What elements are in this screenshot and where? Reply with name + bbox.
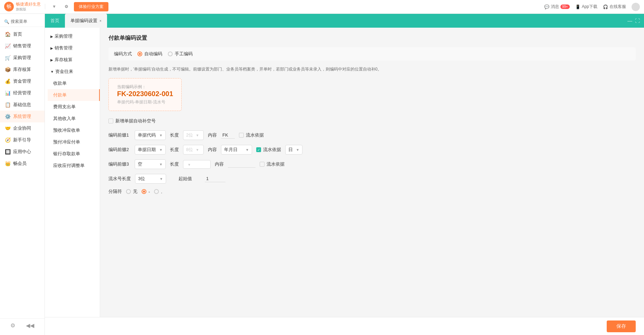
save-button[interactable]: 保存 (607, 320, 636, 332)
auto-encode-radio-dot (137, 52, 142, 56)
content-label-2: 内容 (208, 147, 217, 153)
finance-icon: 💰 (5, 78, 10, 84)
serial-checkbox-3[interactable] (260, 162, 265, 167)
sidebar-bottom: ⚙ ◀◀ (0, 318, 45, 332)
length-label-3: 长度 (170, 161, 179, 167)
manual-encode-radio-dot (168, 52, 173, 56)
page-content: ▶ 采购管理 ▶ 销售管理 ▶ 库存核算 ▼ 资金往来 收款单 (45, 28, 644, 317)
member-icon: 👑 (5, 161, 10, 166)
start-value-label: 起始值 (179, 176, 201, 182)
collapse-icon[interactable]: ◀◀ (26, 322, 34, 329)
trial-btn[interactable]: 体验行业方案 (74, 2, 108, 11)
separator-none[interactable]: 无 (126, 188, 137, 195)
prefix-select-1[interactable]: 单据代码 ▼ (135, 130, 166, 140)
sub-group-inventory[interactable]: ▶ 库存核算 (45, 54, 100, 66)
home-icon: 🏠 (5, 31, 10, 37)
sidebar-item-system[interactable]: ⚙️ 系统管理 (0, 111, 45, 122)
serial-checkbox-1[interactable] (239, 133, 244, 138)
sidebar-item-info[interactable]: 📋 基础信息 (0, 99, 45, 111)
serial-checkbox-2[interactable]: ✓ (256, 147, 261, 152)
sidebar-item-member[interactable]: 👑 畅会员 (0, 158, 45, 169)
sidebar-item-purchase[interactable]: 🛒 采购管理 (0, 52, 45, 64)
sub-item-other-income[interactable]: 其他收入单 (48, 113, 100, 124)
sub-item-prepay-receivable[interactable]: 预收冲应收单 (48, 124, 100, 136)
auto-fill-label: 新增单据自动补空号 (115, 118, 156, 124)
avatar[interactable] (632, 3, 640, 11)
sidebar-item-management[interactable]: 📊 经营管理 (0, 87, 45, 99)
arrow-down-icon: ▼ (50, 70, 54, 74)
tab-expand-icon[interactable]: ⛶ (635, 18, 640, 24)
left-sidebar: 🔍 搜索菜单 🏠 首页 📈 销售管理 🛒 采购管理 📦 库存核算 💰 资金管理 … (0, 14, 45, 335)
sub-item-receipt[interactable]: 收款单 (48, 77, 100, 89)
sidebar-item-sales[interactable]: 📈 销售管理 (0, 40, 45, 52)
prefix-select-3[interactable]: 空 ▼ (135, 159, 166, 169)
sub-item-adjust[interactable]: 应收应付调整单 (48, 160, 100, 171)
sub-item-bank[interactable]: 银行存取款单 (48, 148, 100, 160)
sub-group-purchase[interactable]: ▶ 采购管理 (45, 30, 100, 42)
serial-row-2: ✓ 流水依据 (256, 147, 281, 153)
sub-group-finance[interactable]: ▼ 资金往来 (45, 66, 100, 77)
message-icon: 💬 (544, 4, 549, 9)
message-btn[interactable]: 💬 消息 99+ (544, 4, 570, 10)
chevron-down-icon-1: ▼ (159, 133, 163, 137)
online-service-btn[interactable]: 🎧 在线客服 (603, 4, 626, 10)
message-badge: 99+ (560, 4, 570, 9)
tab-close-icon[interactable]: × (99, 19, 102, 23)
length-label-1: 长度 (170, 132, 179, 138)
separator-dot-dot (154, 189, 159, 194)
settings-icon-btn[interactable]: ⚙ (62, 3, 71, 10)
code-preview-sub: 单据代码-单据日期-流水号 (117, 99, 173, 105)
brand-text: 畅捷通好生意 旗舰版 (16, 2, 41, 11)
guide-icon: 🧭 (5, 137, 10, 143)
serial-length-label: 流水号长度 (108, 176, 131, 182)
content-input-3[interactable] (228, 161, 256, 168)
sidebar-item-guide[interactable]: 🧭 新手引导 (0, 134, 45, 146)
sub-item-payment[interactable]: 付款单 (48, 89, 100, 101)
serial-length-select[interactable]: 3位 ▼ (135, 174, 166, 184)
app-download-btn[interactable]: 📱 App下载 (575, 4, 597, 10)
sidebar-item-apps[interactable]: 🔲 应用中心 (0, 146, 45, 158)
separator-dot[interactable]: . (154, 189, 162, 194)
prefix-label-3: 编码前缀3 (108, 161, 131, 167)
unit-select-2[interactable]: 日 ▼ (285, 145, 302, 155)
auto-fill-checkbox[interactable] (108, 119, 113, 123)
chevron-down-icon-3: ▼ (159, 162, 163, 166)
content-select-2[interactable]: 年月日 ▼ (221, 145, 252, 155)
tab-minimize-icon[interactable]: — (627, 18, 632, 24)
manual-encode-radio[interactable]: 手工编码 (168, 51, 193, 57)
sub-item-expense[interactable]: 费用支出单 (48, 101, 100, 113)
separator-dash[interactable]: - (142, 189, 150, 194)
divider (45, 4, 45, 9)
code-preview-box: 当前编码示例： FK-20230602-001 单据代码-单据日期-流水号 (108, 78, 182, 111)
sidebar-item-inventory[interactable]: 📦 库存核算 (0, 64, 45, 75)
tab-bar: 首页 单据编码设置 × — ⛶ (45, 14, 644, 28)
prefix-label-1: 编码前缀1 (108, 132, 131, 138)
search-menu[interactable]: 🔍 搜索菜单 (0, 17, 45, 27)
sidebar-item-finance[interactable]: 💰 资金管理 (0, 75, 45, 87)
tab-active[interactable]: 单据编码设置 × (65, 14, 107, 28)
settings-bottom-icon[interactable]: ⚙ (10, 322, 15, 329)
sidebar-item-collab[interactable]: 🤝 企业协同 (0, 122, 45, 134)
nav-dropdown[interactable]: ▼ (49, 3, 59, 10)
prefix-row-3: 编码前缀3 空 ▼ 长度 ▼ 内容 流水依据 (108, 159, 636, 169)
serial-row-3: 流水依据 (260, 161, 285, 167)
sub-sidebar: ▶ 采购管理 ▶ 销售管理 ▶ 库存核算 ▼ 资金往来 收款单 (45, 28, 100, 317)
auto-encode-radio[interactable]: 自动编码 (137, 51, 162, 57)
tab-home[interactable]: 首页 (45, 14, 65, 28)
sidebar-item-home[interactable]: 🏠 首页 (0, 28, 45, 40)
start-value-input[interactable] (205, 175, 225, 182)
serial-length-row: 流水号长度 3位 ▼ 起始值 (108, 174, 636, 184)
chevron-down-icon-serial: ▼ (160, 177, 163, 181)
content-input-1[interactable] (221, 132, 235, 139)
auto-fill-row[interactable]: 新增单据自动补空号 (108, 118, 636, 124)
sub-item-prepay-payable[interactable]: 预付冲应付单 (48, 136, 100, 148)
prefix-select-2[interactable]: 单据日期 ▼ (135, 145, 166, 155)
sub-group-sales[interactable]: ▶ 销售管理 (45, 42, 100, 54)
chevron-down-icon-2: ▼ (159, 148, 163, 152)
chevron-down-icon-len-1: ▼ (196, 133, 199, 137)
length-value-3: ▼ (183, 160, 211, 169)
bottom-bar: 保存 (45, 317, 644, 335)
encoding-method-label: 编码方式 (114, 51, 132, 57)
sub-sidebar-children: 收款单 付款单 费用支出单 其他收入单 预收冲应收单 预付冲 (45, 77, 100, 171)
info-icon: 📋 (5, 102, 10, 108)
